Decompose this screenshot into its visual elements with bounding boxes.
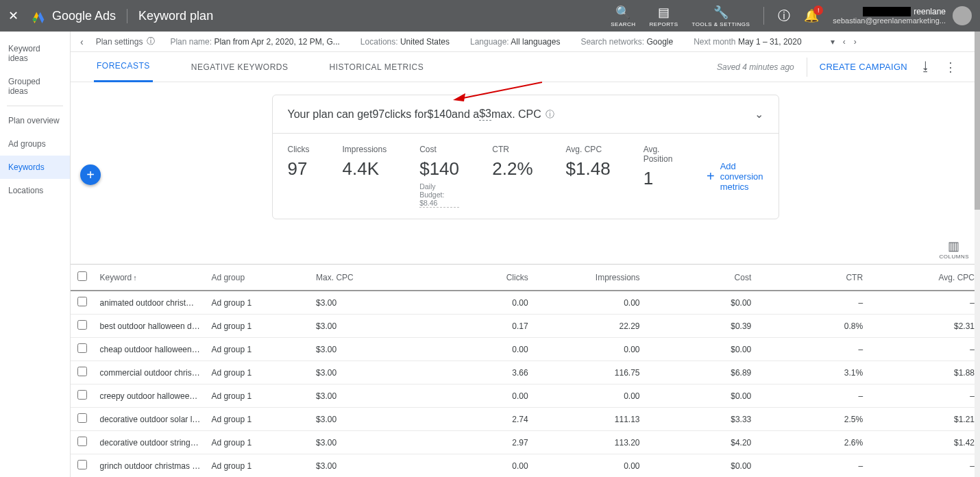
cell-impressions: 0.00 bbox=[534, 338, 646, 361]
cell-avgcpc: – bbox=[868, 454, 980, 478]
prev-icon[interactable]: ‹ bbox=[843, 37, 846, 47]
row-checkbox[interactable] bbox=[77, 460, 87, 469]
help-icon[interactable]: ⓘ bbox=[778, 8, 790, 24]
help-icon[interactable]: ⓘ bbox=[546, 108, 554, 121]
columns-button[interactable]: ▥COLUMNS bbox=[939, 238, 969, 260]
avatar[interactable] bbox=[953, 6, 972, 25]
more-icon[interactable]: ⋮ bbox=[944, 60, 957, 75]
tab-negative-keywords[interactable]: NEGATIVE KEYWORDS bbox=[188, 52, 291, 82]
plan-settings-link[interactable]: Plan settingsⓘ bbox=[96, 36, 156, 47]
cell-impressions: 113.20 bbox=[534, 431, 646, 454]
cell-keyword: grinch outdoor christmas decorati... bbox=[95, 454, 206, 478]
sidebar-item-grouped-ideas[interactable]: Grouped ideas bbox=[0, 70, 70, 103]
search-networks[interactable]: Search networks: Google bbox=[580, 37, 673, 47]
row-checkbox[interactable] bbox=[77, 343, 87, 353]
table-row[interactable]: grinch outdoor christmas decorati... Ad … bbox=[71, 454, 980, 478]
tab-forecasts[interactable]: FORECASTS bbox=[94, 52, 153, 82]
search-tool[interactable]: 🔍SEARCH bbox=[611, 5, 635, 27]
table-row[interactable]: decorative outdoor solar lights Ad group… bbox=[71, 408, 980, 431]
close-icon[interactable]: ✕ bbox=[8, 8, 21, 23]
cell-maxcpc: $3.00 bbox=[310, 431, 429, 454]
summary-sentence: Your plan can get 97 clicks for $140 and… bbox=[273, 95, 779, 134]
svg-point-0 bbox=[33, 18, 37, 22]
cell-keyword: animated outdoor christmas decor... bbox=[95, 291, 206, 315]
saved-status: Saved 4 minutes ago bbox=[717, 62, 794, 72]
wrench-icon: 🔧 bbox=[713, 5, 729, 20]
table-row[interactable]: decorative outdoor string lights Ad grou… bbox=[71, 431, 980, 454]
table-row[interactable]: best outdoor halloween decorations Ad gr… bbox=[71, 315, 980, 338]
sidebar-item-ad-groups[interactable]: Ad groups bbox=[0, 132, 70, 156]
cell-cost: $0.00 bbox=[645, 338, 757, 361]
notifications-icon[interactable]: 🔔! bbox=[804, 8, 819, 23]
app-header: ✕ Google Ads Keyword plan 🔍SEARCH ▤REPOR… bbox=[0, 0, 980, 32]
tools-settings[interactable]: 🔧TOOLS & SETTINGS bbox=[692, 5, 750, 27]
language[interactable]: Language: All languages bbox=[470, 37, 560, 47]
info-icon: ⓘ bbox=[147, 36, 155, 47]
col-clicks[interactable]: Clicks bbox=[429, 265, 534, 291]
main-content: ‹ Plan settingsⓘ Plan name: Plan from Ap… bbox=[71, 32, 980, 477]
row-checkbox[interactable] bbox=[77, 367, 87, 376]
scrollbar[interactable] bbox=[975, 32, 980, 477]
col-impressions[interactable]: Impressions bbox=[534, 265, 646, 291]
table-row[interactable]: cheap outdoor halloween decorati... Ad g… bbox=[71, 338, 980, 361]
cell-ctr: 3.1% bbox=[757, 361, 868, 384]
col-ctr[interactable]: CTR bbox=[757, 265, 868, 291]
cell-clicks: 0.00 bbox=[429, 384, 534, 408]
cell-ctr: – bbox=[757, 291, 868, 315]
cell-cost: $3.33 bbox=[645, 408, 757, 431]
cell-cost: $4.20 bbox=[645, 431, 757, 454]
col-maxcpc[interactable]: Max. CPC bbox=[310, 265, 429, 291]
reports-tool[interactable]: ▤REPORTS bbox=[650, 5, 678, 27]
add-keyword-fab[interactable]: + bbox=[80, 164, 101, 185]
sidebar: Keyword ideas Grouped ideas Plan overvie… bbox=[0, 32, 71, 477]
chevron-down-icon[interactable]: ⌄ bbox=[755, 108, 763, 121]
account-switcher[interactable]: reenlane sebastian@greenlanemarketing... bbox=[833, 7, 946, 25]
cell-keyword: creepy outdoor halloween decorati... bbox=[95, 384, 206, 408]
date-range[interactable]: Next month May 1 – 31, 2020 bbox=[694, 37, 801, 47]
col-avgcpc[interactable]: Avg. CPC bbox=[868, 265, 980, 291]
cell-avgcpc: $1.88 bbox=[868, 361, 980, 384]
table-controls: ▥COLUMNS bbox=[71, 234, 980, 264]
plan-settings-bar: ‹ Plan settingsⓘ Plan name: Plan from Ap… bbox=[71, 32, 980, 52]
metric-impressions: Impressions4.4K bbox=[343, 145, 387, 208]
cell-maxcpc: $3.00 bbox=[310, 361, 429, 384]
back-icon[interactable]: ‹ bbox=[80, 36, 84, 47]
sidebar-item-keyword-ideas[interactable]: Keyword ideas bbox=[0, 37, 70, 70]
row-checkbox[interactable] bbox=[77, 390, 87, 400]
cell-maxcpc: $3.00 bbox=[310, 384, 429, 408]
cell-clicks: 2.74 bbox=[429, 408, 534, 431]
table-row[interactable]: creepy outdoor halloween decorati... Ad … bbox=[71, 384, 980, 408]
select-all-checkbox[interactable] bbox=[77, 271, 87, 281]
row-checkbox[interactable] bbox=[77, 297, 87, 306]
download-icon[interactable]: ⭳ bbox=[920, 60, 932, 74]
create-campaign-button[interactable]: CREATE CAMPAIGN bbox=[820, 62, 907, 72]
cell-clicks: 0.00 bbox=[429, 338, 534, 361]
row-checkbox[interactable] bbox=[77, 320, 87, 330]
cell-ctr: 2.5% bbox=[757, 408, 868, 431]
locations[interactable]: Locations: United States bbox=[360, 37, 450, 47]
section-title: Keyword plan bbox=[138, 9, 213, 23]
plan-name[interactable]: Plan name: Plan from Apr 2, 2020, 12 PM,… bbox=[170, 37, 339, 47]
sidebar-item-locations[interactable]: Locations bbox=[0, 179, 70, 202]
table-row[interactable]: animated outdoor christmas decor... Ad g… bbox=[71, 291, 980, 315]
cell-impressions: 22.29 bbox=[534, 315, 646, 338]
next-icon[interactable]: › bbox=[854, 37, 857, 47]
col-cost[interactable]: Cost bbox=[645, 265, 757, 291]
col-adgroup[interactable]: Ad group bbox=[206, 265, 310, 291]
row-checkbox[interactable] bbox=[77, 437, 87, 446]
cell-avgcpc: – bbox=[868, 384, 980, 408]
dropdown-icon[interactable]: ▾ bbox=[831, 37, 835, 47]
sidebar-item-plan-overview[interactable]: Plan overview bbox=[0, 109, 70, 132]
metric-avg-position: Avg. Position1 bbox=[644, 145, 674, 208]
cell-avgcpc: $2.31 bbox=[868, 315, 980, 338]
sidebar-item-keywords[interactable]: Keywords bbox=[0, 156, 70, 179]
cell-maxcpc: $3.00 bbox=[310, 408, 429, 431]
cell-impressions: 0.00 bbox=[534, 291, 646, 315]
tab-historical-metrics[interactable]: HISTORICAL METRICS bbox=[326, 52, 426, 82]
col-keyword[interactable]: Keyword↑ bbox=[95, 265, 206, 291]
cell-ctr: – bbox=[757, 454, 868, 478]
table-row[interactable]: commercial outdoor christmas de... Ad gr… bbox=[71, 361, 980, 384]
cell-impressions: 0.00 bbox=[534, 454, 646, 478]
row-checkbox[interactable] bbox=[77, 413, 87, 423]
add-conversion-metrics[interactable]: +Add conversion metrics bbox=[707, 145, 763, 208]
